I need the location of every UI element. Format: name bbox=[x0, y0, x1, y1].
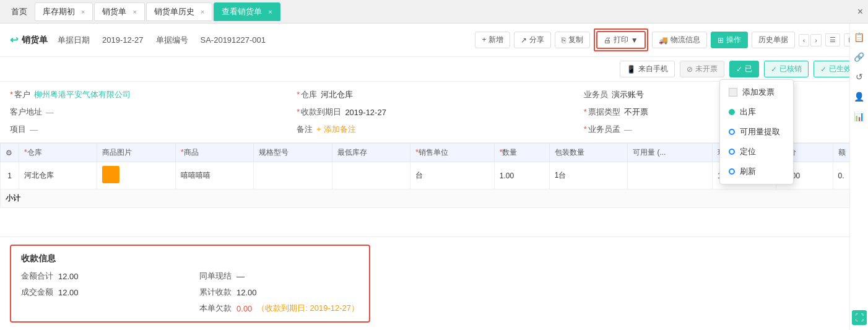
add-note-button[interactable]: + 添加备注 bbox=[316, 124, 355, 135]
due-date-label: 收款到期日 bbox=[297, 106, 341, 118]
tab-sales-close[interactable]: × bbox=[132, 8, 136, 15]
nav-arrows: ‹ › bbox=[799, 34, 822, 46]
print-highlight-box: 🖨 打印 ▼ bbox=[594, 28, 648, 51]
from-mobile-button[interactable]: 📱 来自手机 bbox=[620, 61, 675, 77]
tab-inventory-label: 库存期初 bbox=[43, 6, 75, 17]
ops-label: 操作 bbox=[726, 35, 741, 45]
main-content: ↩ 销货单 单据日期 2019-12-27 单据编号 SA-20191227-0… bbox=[0, 24, 868, 330]
address-label: 客户地址 bbox=[10, 106, 42, 118]
warehouse-label: 仓库 bbox=[297, 89, 317, 100]
locate-item[interactable]: 定位 bbox=[720, 142, 793, 162]
tab-sales-history-close[interactable]: × bbox=[201, 8, 204, 15]
total-received-item: 累计收款 12.00 bbox=[199, 287, 359, 298]
pack-qty-col-header: 包装数量 bbox=[549, 144, 627, 162]
settings-col-header[interactable]: ⚙ bbox=[1, 144, 19, 162]
not-open-button[interactable]: ⊘ 未开票 bbox=[680, 61, 724, 77]
overdue-label: 本单欠款 bbox=[199, 303, 232, 314]
add-invoice-item[interactable]: 添加发票 bbox=[720, 82, 793, 102]
warehouse-col-header: *仓库 bbox=[19, 144, 97, 162]
next-button[interactable]: › bbox=[810, 34, 822, 46]
sidebar-icon-fullscreen[interactable]: ⛶ bbox=[852, 310, 867, 325]
payment-box: 收款信息 金额合计 12.00 同单现结 — 成交金额 12.00 累计收款 1… bbox=[10, 245, 370, 323]
tab-bar: 首页 库存期初 × 销货单 × 销货单历史 × 查看销货单 × × bbox=[0, 0, 868, 24]
spec-col-header: 规格型号 bbox=[254, 144, 332, 162]
min-stock-col-header: 最低库存 bbox=[332, 144, 410, 162]
deal-amount-label: 成交金额 bbox=[21, 287, 53, 298]
action-bar: 📱 来自手机 ⊘ 未开票 ✓ 已 ✓ 已核销 ✓ 已生效 bbox=[0, 57, 868, 82]
total-received-label: 累计收款 bbox=[199, 287, 232, 298]
product-image bbox=[102, 166, 119, 183]
payment-grid: 金额合计 12.00 同单现结 — 成交金额 12.00 累计收款 12.00 … bbox=[21, 271, 359, 314]
ops-dropdown: 添加发票 出库 可用量提取 定位 刷新 bbox=[719, 79, 794, 185]
copy-button[interactable]: ⎘ 复制 bbox=[555, 32, 590, 48]
tab-view-sales[interactable]: 查看销货单 × bbox=[214, 2, 280, 21]
ticket-value: 不开票 bbox=[624, 106, 648, 118]
from-mobile-label: 来自手机 bbox=[638, 64, 668, 74]
address-field: 客户地址 — bbox=[10, 106, 284, 118]
sold-label: 已核销 bbox=[779, 64, 802, 74]
project-label: 项目 bbox=[10, 124, 26, 135]
project-value: — bbox=[30, 125, 38, 134]
out-warehouse-item[interactable]: 出库 bbox=[720, 102, 793, 122]
effect-label: 已生效 bbox=[829, 64, 851, 74]
refresh-item[interactable]: 刷新 bbox=[720, 162, 793, 181]
subtotal-row: 小计 bbox=[1, 189, 868, 208]
sales-unit-col-header: *销售单位 bbox=[410, 144, 495, 162]
share-button[interactable]: ↗ 分享 bbox=[514, 32, 551, 48]
doc-number-value: SA-20191227-001 bbox=[201, 35, 266, 45]
prev-button[interactable]: ‹ bbox=[799, 34, 810, 46]
ops-button[interactable]: ⊞ 操作 bbox=[711, 32, 748, 48]
history-label: 历史单据 bbox=[758, 35, 788, 45]
locate-icon bbox=[729, 149, 735, 155]
tab-sales-history-label: 销货单历史 bbox=[154, 6, 194, 17]
doc-icon: ↩ bbox=[10, 34, 18, 46]
new-button[interactable]: + 新增 bbox=[475, 32, 510, 48]
payment-title: 收款信息 bbox=[21, 253, 359, 264]
window-close-button[interactable]: × bbox=[857, 6, 863, 17]
mobile-icon: 📱 bbox=[627, 65, 636, 74]
history-button[interactable]: 历史单据 bbox=[752, 32, 795, 48]
tab-inventory-close[interactable]: × bbox=[81, 8, 85, 15]
sidebar-icon-doc[interactable]: 📋 bbox=[852, 30, 867, 45]
toolbar: + 新增 ↗ 分享 ⎘ 复制 🖨 打印 ▼ 🚚 物流信息 ⊞ bbox=[475, 28, 858, 51]
sold-button[interactable]: ✓ 已核销 bbox=[764, 61, 809, 77]
confirm-button[interactable]: ✓ 已 bbox=[729, 61, 759, 77]
bottom-section: 收款信息 金额合计 12.00 同单现结 — 成交金额 12.00 累计收款 1… bbox=[0, 237, 868, 330]
logistics-button[interactable]: 🚚 物流信息 bbox=[652, 32, 707, 48]
same-settle-item: 同单现结 — bbox=[199, 271, 359, 282]
view-toggle-list[interactable]: ☰ bbox=[825, 33, 840, 46]
sidebar-icon-chart[interactable]: 📊 bbox=[852, 109, 867, 124]
ticket-label: 票据类型 bbox=[584, 106, 620, 118]
overdue-value: 0.00 bbox=[237, 304, 252, 313]
tab-home[interactable]: 首页 bbox=[5, 6, 33, 17]
tab-view-sales-close[interactable]: × bbox=[268, 8, 272, 15]
confirm-label: 已 bbox=[745, 64, 752, 74]
tab-sales-history[interactable]: 销货单历史 × bbox=[146, 2, 212, 21]
sidebar-icon-user[interactable]: 👤 bbox=[852, 89, 867, 104]
staff-value: 演示账号 bbox=[612, 89, 644, 100]
sidebar-icon-refresh[interactable]: ↺ bbox=[852, 69, 867, 84]
sidebar-icon-link[interactable]: 🔗 bbox=[852, 50, 867, 64]
total-received-value: 12.00 bbox=[237, 288, 257, 297]
overdue-note: （收款到期日: 2019-12-27） bbox=[257, 303, 359, 314]
row-product: 嘻嘻嘻嘻 bbox=[175, 162, 253, 189]
warehouse-field: 仓库 河北仓库 bbox=[297, 89, 571, 100]
out-warehouse-label: 出库 bbox=[740, 106, 756, 118]
right-sidebar: 📋 🔗 ↺ 👤 📊 ⛶ bbox=[849, 24, 868, 330]
project-field: 项目 — bbox=[10, 124, 284, 135]
add-invoice-label: 添加发票 bbox=[742, 87, 775, 98]
salesman-value: — bbox=[624, 125, 632, 134]
refresh-icon bbox=[729, 168, 735, 175]
row-spec bbox=[254, 162, 332, 189]
locate-label: 定位 bbox=[740, 146, 756, 157]
tab-sales[interactable]: 销货单 × bbox=[94, 2, 144, 21]
available-col-header: 可用量 (... bbox=[628, 144, 713, 162]
available-pick-item[interactable]: 可用量提取 bbox=[720, 122, 793, 142]
row-num: 1 bbox=[1, 162, 19, 189]
tab-inventory[interactable]: 库存期初 × bbox=[35, 2, 93, 21]
tab-sales-label: 销货单 bbox=[102, 6, 126, 17]
customer-value[interactable]: 柳州粤港平安气体有限公司 bbox=[34, 89, 131, 100]
warehouse-value: 河北仓库 bbox=[321, 89, 353, 100]
print-button[interactable]: 🖨 打印 ▼ bbox=[596, 31, 646, 49]
ticket-icon: ⊘ bbox=[687, 65, 693, 74]
